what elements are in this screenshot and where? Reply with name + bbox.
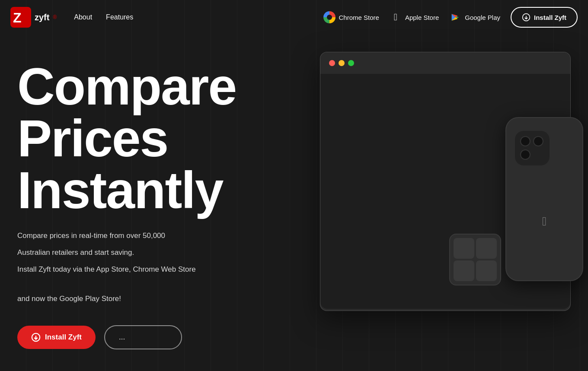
hero-content: Compare Prices Instantly Compare prices … [17,52,277,349]
nav-links: About Features [74,13,323,21]
hero-install-button[interactable]: Install Zyft [17,326,96,349]
google-play-label: Google Play [465,14,500,21]
apple-store-link[interactable]:  Apple Store [390,11,439,23]
camera-lens-1 [520,136,530,146]
nav-install-button[interactable]: Install Zyft [511,7,578,28]
apple-store-label: Apple Store [405,14,439,21]
hero-subtitle: Compare prices in real-time from over 50… [17,230,277,241]
camera-bump [515,131,550,165]
hero-title-line3: Instantly [17,161,223,219]
traffic-light-red [329,60,335,66]
hero-secondary-label: ... [119,333,125,342]
phone-apple-logo:  [542,215,546,228]
traffic-light-green [348,60,354,66]
android-icon [449,11,461,23]
nav-about[interactable]: About [74,13,92,21]
hero-section: Compare Prices Instantly Compare prices … [0,35,588,371]
hero-desc2: and now the Google Play Store! [17,293,277,304]
browser-titlebar [320,52,570,74]
chrome-store-link[interactable]: Chrome Store [323,11,379,23]
nav-install-label: Install Zyft [534,14,566,21]
app-icon-1 [454,238,474,259]
hero-install-icon [31,333,41,342]
hero-desc: Install Zyft today via the App Store, Ch… [17,263,277,275]
app-icon-3 [454,260,474,281]
apple-icon:  [390,11,402,23]
hero-subtitle2: Australian retailers and start saving. [17,247,277,258]
phone-mockup:  [505,117,583,281]
hero-title-line2: Prices [17,109,168,167]
camera-lens-2 [533,136,543,146]
logo-text: zyft [35,13,49,22]
hero-title-line1: Compare [17,57,236,115]
logo-link[interactable]: Z zyft ® [10,7,57,28]
svg-text:Z: Z [13,10,22,25]
chrome-store-label: Chrome Store [339,14,379,21]
chrome-icon [323,11,336,23]
zyft-logo-icon: Z [10,7,31,28]
phone-mini-mockup [449,234,501,285]
app-icon-4 [476,260,497,281]
google-play-link[interactable]: Google Play [449,11,500,23]
hero-actions: Install Zyft ... [17,325,277,349]
hero-title: Compare Prices Instantly [17,60,277,216]
navbar: Z zyft ® About Features Chrome Store  A… [0,0,588,35]
chrome-logo [323,11,336,23]
hero-install-label: Install Zyft [45,333,82,342]
traffic-light-yellow [339,60,345,66]
hero-visual:  [285,52,571,311]
app-icon-2 [476,238,497,259]
nav-features[interactable]: Features [106,13,133,21]
camera-lens-3 [520,149,530,160]
nav-stores: Chrome Store  Apple Store Google Play [323,11,500,23]
browser-mockup:  [320,52,571,311]
logo-registered: ® [53,14,57,20]
install-icon [522,13,530,22]
hero-secondary-button[interactable]: ... [104,325,182,349]
